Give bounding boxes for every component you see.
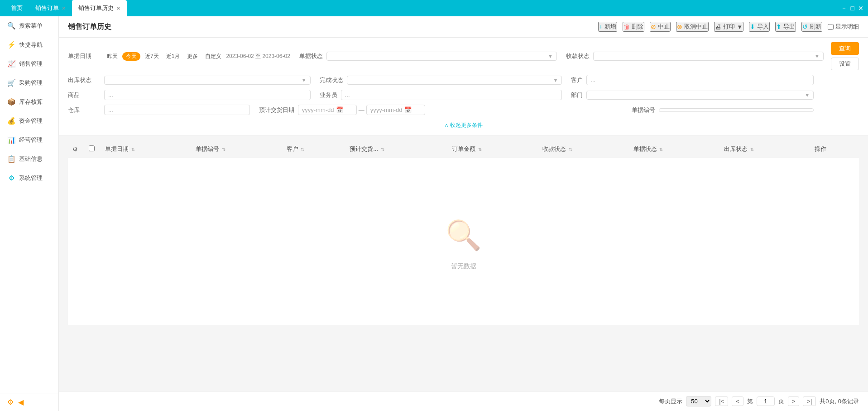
top-bar: 首页 销售订单 ✕ 销售订单历史 ✕ － □ ✕ <box>0 0 868 16</box>
yesterday-btn[interactable]: 昨天 <box>104 52 120 61</box>
goods-select[interactable]: ... <box>104 90 311 100</box>
th-checkbox[interactable] <box>84 140 101 158</box>
maximize-btn[interactable]: □ <box>851 5 854 12</box>
import-label: 导入 <box>757 23 769 31</box>
sidebar-item-search-menu[interactable]: 🔍 搜索菜单 <box>0 16 58 35</box>
tab-sales-order[interactable]: 销售订单 ✕ <box>29 0 72 16</box>
minimize-btn[interactable]: － <box>841 4 847 12</box>
last-page-btn[interactable]: >| <box>803 396 816 406</box>
today-btn[interactable]: 今天 <box>122 52 140 61</box>
sidebar-item-operations[interactable]: 📊 经营管理 <box>0 131 58 150</box>
tab-sales-order-history[interactable]: 销售订单历史 ✕ <box>72 0 127 16</box>
main-layout: 🔍 搜索菜单 ⚡ 快捷导航 📈 销售管理 🛒 采购管理 📦 库存核算 💰 资金管… <box>0 16 868 411</box>
th-out-status[interactable]: 出库状态 ⇅ <box>719 140 810 158</box>
next-page-btn[interactable]: > <box>788 396 800 406</box>
select-all-checkbox[interactable] <box>89 145 95 151</box>
sidebar-item-finance[interactable]: 💰 资金管理 <box>0 111 58 131</box>
out-status-arrow: ▼ <box>302 77 307 83</box>
print-button[interactable]: 🖨 打印 ▼ <box>714 22 743 32</box>
th-voucher-status[interactable]: 单据状态 ⇅ <box>629 140 719 158</box>
refresh-button[interactable]: ↺ 刷新 <box>801 22 822 32</box>
th-order-amount[interactable]: 订单金额 ⇅ <box>447 140 538 158</box>
th-settings[interactable]: ⚙ <box>68 140 84 158</box>
tab-sales-order-history-close[interactable]: ✕ <box>116 5 120 11</box>
customer-label: 客户 <box>571 76 583 84</box>
sidebar-settings-icon[interactable]: ⚙ <box>7 398 14 406</box>
voucher-no-label: 单据编号 <box>632 106 655 114</box>
sidebar-collapse-icon[interactable]: ◀ <box>18 398 24 406</box>
voucher-no-input[interactable] <box>659 108 814 112</box>
th-receipt-status[interactable]: 收款状态 ⇅ <box>538 140 628 158</box>
import-icon: ⬇ <box>750 23 755 30</box>
toolbar: + 新增 🗑 删除 ⊘ 中止 ⊗ 取消中止 <box>598 22 859 32</box>
sidebar-label-purchase-mgmt: 采购管理 <box>19 79 43 87</box>
prev-page-btn[interactable]: < <box>732 396 743 406</box>
add-button[interactable]: + 新增 <box>598 22 617 32</box>
refresh-label: 刷新 <box>810 23 821 31</box>
first-page-btn[interactable]: |< <box>715 396 728 406</box>
page-label: 页 <box>778 397 784 406</box>
sidebar-item-inventory[interactable]: 📦 库存核算 <box>0 92 58 111</box>
print-icon: 🖨 <box>715 23 721 30</box>
display-checkbox[interactable] <box>828 24 834 30</box>
sidebar-item-system-mgmt[interactable]: ⚙ 系统管理 <box>0 169 58 188</box>
tab-home[interactable]: 首页 <box>5 0 29 16</box>
sort-date-icon: ⇅ <box>131 147 135 152</box>
settings-button[interactable]: 设置 <box>831 58 859 70</box>
sidebar-label-system-mgmt: 系统管理 <box>19 174 43 182</box>
th-date[interactable]: 单据日期 ⇅ <box>101 140 191 158</box>
th-out-status-label: 出库状态 <box>724 145 748 152</box>
calendar-to-icon: 📅 <box>404 106 412 113</box>
stop-button[interactable]: ⊘ 中止 <box>650 22 671 32</box>
sort-voucher-icon: ⇅ <box>222 147 225 152</box>
th-customer[interactable]: 客户 ⇅ <box>282 140 345 158</box>
page-number-input[interactable] <box>757 396 775 406</box>
voucher-status-select[interactable]: ▼ <box>326 52 557 61</box>
expected-date-from-text: yyyy-mm-dd <box>302 106 334 113</box>
sidebar-item-purchase-mgmt[interactable]: 🛒 采购管理 <box>0 73 58 92</box>
last7-btn[interactable]: 近7天 <box>142 52 162 61</box>
out-status-select[interactable]: ▼ <box>104 76 311 85</box>
tab-sales-order-close[interactable]: ✕ <box>62 5 66 11</box>
th-order-amount-label: 订单金额 <box>452 145 475 152</box>
export-button[interactable]: ⬆ 导出 <box>775 22 796 32</box>
expected-date-to[interactable]: yyyy-mm-dd 📅 <box>366 105 425 115</box>
th-expected-date[interactable]: 预计交货... ⇅ <box>345 140 447 158</box>
page-size-select[interactable]: 50 20 100 <box>686 396 711 406</box>
cancel-stop-button[interactable]: ⊗ 取消中止 <box>676 22 709 32</box>
salesperson-label: 业务员 <box>320 91 337 99</box>
th-voucher-no[interactable]: 单据编号 ⇅ <box>191 140 282 158</box>
sidebar-item-quick-nav[interactable]: ⚡ 快捷导航 <box>0 35 58 54</box>
delete-button[interactable]: 🗑 删除 <box>623 22 644 32</box>
sidebar-label-quick-nav: 快捷导航 <box>19 41 43 49</box>
purchase-mgmt-icon: 🛒 <box>7 79 15 87</box>
salesperson-select[interactable]: ... <box>341 90 562 100</box>
close-btn[interactable]: ✕ <box>858 5 863 12</box>
complete-status-select[interactable]: ▼ <box>347 76 562 85</box>
warehouse-select[interactable]: ... <box>104 105 250 115</box>
export-label: 导出 <box>783 23 795 31</box>
tab-home-label: 首页 <box>11 4 23 12</box>
empty-state-row: 暂无数据 <box>68 158 859 325</box>
expected-date-from[interactable]: yyyy-mm-dd 📅 <box>298 105 357 115</box>
display-toggle[interactable]: 显示明细 <box>828 23 859 31</box>
last-month-btn[interactable]: 近1月 <box>163 52 183 61</box>
receipt-status-select[interactable]: ▼ <box>593 52 824 61</box>
cancel-icon: ⊗ <box>677 23 682 30</box>
collapse-bar[interactable]: ∧ 收起更多条件 <box>68 120 859 131</box>
page-title: 销售订单历史 <box>68 22 598 32</box>
more-btn[interactable]: 更多 <box>184 52 201 61</box>
sidebar-item-sales-mgmt[interactable]: 📈 销售管理 <box>0 54 58 73</box>
th-customer-label: 客户 <box>287 145 298 152</box>
custom-btn[interactable]: 自定义 <box>202 52 224 61</box>
sidebar-item-basic-info[interactable]: 📋 基础信息 <box>0 150 58 169</box>
window-controls: － □ ✕ <box>841 4 863 12</box>
empty-state: 暂无数据 <box>68 185 859 298</box>
operations-icon: 📊 <box>7 136 15 144</box>
goods-label: 商品 <box>68 91 104 99</box>
customer-select[interactable]: ... <box>586 75 814 85</box>
query-button[interactable]: 查询 <box>831 42 859 55</box>
department-select[interactable]: ▼ <box>586 91 814 100</box>
import-button[interactable]: ⬇ 导入 <box>749 22 770 32</box>
th-receipt-status-label: 收款状态 <box>542 145 566 152</box>
